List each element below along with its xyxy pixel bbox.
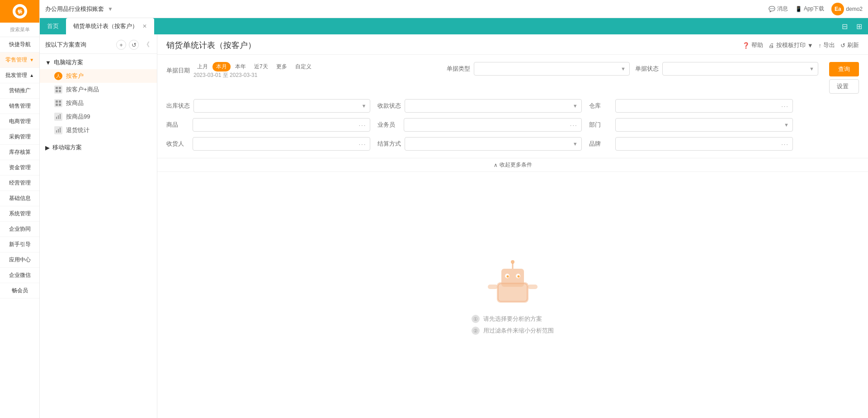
salesperson-dots: ··· [570, 122, 578, 128]
recipient-label: 收货人 [166, 140, 189, 148]
doc-status-control[interactable]: ▼ [662, 62, 818, 76]
help-btn[interactable]: ❓ 帮助 [742, 41, 763, 49]
payment-status-control[interactable]: ▼ [405, 99, 581, 113]
scheme-refresh-btn[interactable]: ↺ [129, 40, 139, 50]
svg-rect-9 [59, 104, 61, 106]
scheme-add-btn[interactable]: + [116, 40, 126, 50]
sidebar-item-ecommerce[interactable]: 电商管理 [0, 114, 39, 129]
brand-control[interactable]: ··· [615, 137, 793, 151]
scheme-item-by-product-99[interactable]: 按商品99 [40, 110, 157, 124]
sidebar-search[interactable]: 搜索菜单 [0, 23, 39, 37]
date-tab-custom[interactable]: 自定义 [292, 62, 315, 71]
scheme-item-by-customer[interactable]: 人 按客户 [40, 69, 157, 83]
scheme-group-desktop-label: 电脑端方案 [54, 58, 83, 66]
tab-maximize-btn[interactable]: ⊞ [854, 21, 864, 32]
scheme-group-desktop-header[interactable]: ▼ 电脑端方案 [40, 56, 157, 69]
scheme-item-return-stats[interactable]: 退货统计 [40, 124, 157, 137]
export-icon: ↑ [819, 42, 822, 49]
sidebar-item-quicknav[interactable]: 快捷导航 [0, 37, 39, 52]
collapse-more-btn[interactable]: ∧ 收起更多条件 [157, 158, 868, 172]
salesperson-label: 业务员 [377, 121, 400, 129]
scheme-collapse-btn[interactable]: 《 [142, 40, 151, 50]
scheme-group-mobile-label: 移动端方案 [52, 143, 82, 152]
scheme-panel-actions: + ↺ 《 [116, 40, 151, 50]
svg-rect-7 [59, 100, 61, 103]
svg-point-21 [518, 276, 520, 278]
tab-sales-stats-label: 销货单统计表（按客户） [73, 22, 138, 30]
user-avatar[interactable]: Ea demo2 [831, 3, 863, 15]
department-item: 部门 ▼ [589, 118, 793, 132]
scheme-group-mobile-header[interactable]: ▶ 移动端方案 [40, 141, 157, 154]
sidebar-item-wholesale[interactable]: 批发管理 ▲ [0, 68, 39, 83]
tab-home[interactable]: 首页 [40, 18, 66, 34]
print-btn[interactable]: 🖨 按模板打印 ▼ [769, 41, 813, 49]
salesperson-control[interactable]: ··· [404, 118, 581, 132]
sidebar-item-purchase[interactable]: 采购管理 [0, 129, 39, 145]
product-control[interactable]: ··· [193, 118, 370, 132]
department-label: 部门 [589, 121, 612, 129]
date-tab-last-7days[interactable]: 近7天 [250, 62, 272, 71]
header-dropdown-btn[interactable]: ▼ [108, 6, 113, 12]
sidebar-item-system[interactable]: 系统管理 [0, 206, 39, 222]
date-label: 单据日期 [166, 66, 190, 75]
sidebar-item-operations[interactable]: 经营管理 [0, 176, 39, 191]
tab-sales-stats[interactable]: 销货单统计表（按客户） ✕ [66, 18, 154, 34]
page-title: 销货单统计表（按客户） [166, 40, 256, 51]
sidebar-item-finance[interactable]: 资金管理 [0, 160, 39, 176]
date-tab-more[interactable]: 更多 [273, 62, 291, 71]
department-control[interactable]: ▼ [615, 118, 793, 132]
svg-rect-8 [56, 104, 58, 106]
app-download-btn[interactable]: 📱 App下载 [795, 5, 824, 13]
svg-rect-10 [56, 117, 57, 119]
query-button[interactable]: 查询 [829, 62, 859, 76]
sidebar-item-appcenter[interactable]: 应用中心 [0, 252, 39, 268]
message-icon: 💬 [769, 6, 775, 12]
scheme-item-by-customer-icon: 人 [54, 72, 62, 80]
settlement-control[interactable]: ▼ [405, 137, 581, 151]
payment-status-arrow-icon: ▼ [573, 103, 578, 109]
logo-icon: 畅 [13, 4, 27, 19]
filter-row-2: 出库状态 ▼ 收款状态 ▼ 仓库 [166, 99, 859, 113]
sidebar-item-basic[interactable]: 基础信息 [0, 191, 39, 206]
scheme-item-by-product[interactable]: 按商品 [40, 96, 157, 110]
export-btn[interactable]: ↑ 导出 [819, 41, 835, 49]
scheme-group-desktop: ▼ 电脑端方案 人 按客户 按客户+商品 按商 [40, 54, 157, 139]
sidebar-item-newuser[interactable]: 新手引导 [0, 237, 39, 252]
message-btn[interactable]: 💬 消息 [769, 5, 788, 13]
refresh-btn[interactable]: ↺ 刷新 [840, 41, 859, 49]
sidebar-item-enterprise[interactable]: 企业协同 [0, 222, 39, 237]
sidebar-item-wechat[interactable]: 企业微信 [0, 268, 39, 283]
sidebar-item-inventory[interactable]: 库存核算 [0, 145, 39, 160]
sidebar-item-retail[interactable]: 零售管理 ▼ [0, 52, 39, 68]
svg-rect-13 [56, 130, 57, 133]
settings-button[interactable]: 设置 [829, 79, 859, 94]
tab-minimize-btn[interactable]: ⊟ [839, 21, 850, 32]
date-tab-this-year[interactable]: 本年 [231, 62, 250, 71]
date-tab-this-month[interactable]: 本月 [212, 62, 231, 71]
sidebar-item-marketing[interactable]: 营销推广 [0, 83, 39, 99]
warehouse-dots: ··· [781, 103, 789, 109]
recipient-dots: ··· [359, 141, 366, 147]
doc-type-control[interactable]: ▼ [474, 62, 630, 76]
out-status-control[interactable]: ▼ [193, 99, 370, 113]
settlement-item: 结算方式 ▼ [377, 137, 581, 151]
sidebar-item-sales[interactable]: 销售管理 [0, 99, 39, 114]
svg-rect-11 [58, 115, 59, 119]
recipient-control[interactable]: ··· [193, 137, 370, 151]
empty-tip-2: ② 用过滤条件来缩小分析范围 [472, 327, 554, 335]
svg-rect-2 [56, 87, 58, 89]
out-status-label: 出库状态 [166, 102, 190, 110]
date-tab-last-month[interactable]: 上月 [193, 62, 212, 71]
print-icon: 🖨 [769, 42, 774, 49]
payment-status-label: 收款状态 [377, 102, 401, 110]
tab-close-icon[interactable]: ✕ [142, 23, 147, 29]
scheme-item-by-customer-product-icon [54, 86, 62, 94]
sidebar: 畅 搜索菜单 快捷导航 零售管理 ▼ 批发管理 ▲ 营销推广 销售管理 电商管理… [0, 0, 40, 418]
product-dots: ··· [359, 122, 366, 128]
tip-num-1: ① [472, 315, 480, 323]
tip-num-2: ② [472, 327, 480, 335]
sidebar-item-member[interactable]: 畅会员 [0, 283, 39, 299]
scheme-item-by-customer-product[interactable]: 按客户+商品 [40, 83, 157, 96]
filter-row-4: 收货人 ··· 结算方式 ▼ 品牌 [166, 137, 859, 151]
warehouse-control[interactable]: ··· [615, 99, 793, 113]
